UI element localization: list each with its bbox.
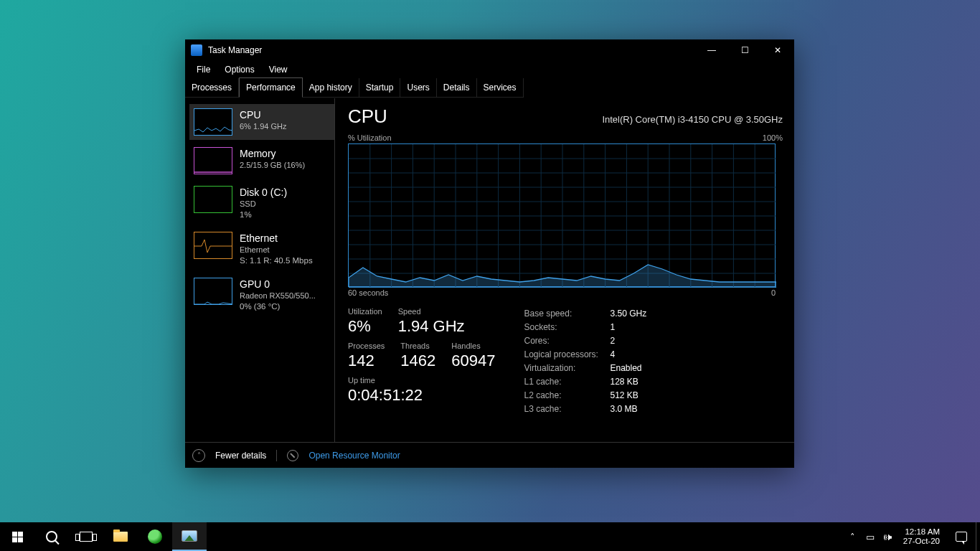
menu-view[interactable]: View	[262, 62, 295, 77]
tab-processes[interactable]: Processes	[185, 78, 239, 98]
sidebar-item-line3: 0% (36 °C)	[240, 301, 316, 312]
processes-value: 142	[348, 352, 385, 370]
kv-key: Base speed:	[524, 307, 611, 321]
sidebar-item-disk-0-c-[interactable]: Disk 0 (C:)SSD1%	[189, 182, 334, 225]
sidebar-thumb	[194, 108, 232, 136]
photo-viewer-icon	[182, 530, 197, 542]
chart-ymax: 100%	[763, 133, 783, 142]
kv-value: 4	[611, 348, 616, 362]
sidebar-thumb	[194, 186, 232, 213]
menu-file[interactable]: File	[189, 62, 217, 77]
tab-users[interactable]: Users	[400, 78, 436, 98]
utilization-label: Utilization	[348, 307, 382, 316]
tab-startup[interactable]: Startup	[359, 78, 401, 98]
start-button[interactable]	[0, 522, 34, 551]
folder-icon	[113, 532, 128, 542]
sidebar-text: EthernetEthernetS: 1.1 R: 40.5 Mbps	[240, 232, 313, 266]
sidebar-thumb	[194, 278, 232, 305]
page-title: CPU	[348, 105, 387, 128]
kv-row: L1 cache:128 KB	[524, 375, 647, 389]
cpu-model: Intel(R) Core(TM) i3-4150 CPU @ 3.50GHz	[602, 114, 783, 125]
kv-value: 1	[611, 321, 616, 334]
minimize-button[interactable]: —	[695, 39, 728, 61]
kv-row: L3 cache:3.0 MB	[524, 402, 647, 416]
fewer-details-link[interactable]: Fewer details	[215, 451, 266, 461]
tab-strip: Processes Performance App history Startu…	[185, 78, 794, 98]
maximize-button[interactable]: ☐	[728, 39, 761, 61]
open-resource-monitor-link[interactable]: Open Resource Monitor	[308, 451, 400, 461]
sidebar-item-cpu[interactable]: CPU6% 1.94 GHz	[189, 104, 334, 140]
sidebar-text: Memory2.5/15.9 GB (16%)	[240, 147, 305, 171]
kv-key: L1 cache:	[524, 375, 611, 389]
show-desktop-button[interactable]	[976, 522, 980, 551]
taskbar-app-photos[interactable]	[172, 522, 207, 551]
kv-row: L2 cache:512 KB	[524, 389, 647, 402]
kv-row: Base speed:3.50 GHz	[524, 307, 647, 321]
tray-network-icon[interactable]: ▭	[862, 532, 879, 542]
sidebar-item-ethernet[interactable]: EthernetEthernetS: 1.1 R: 40.5 Mbps	[189, 227, 334, 270]
taskbar-app-idm[interactable]	[138, 522, 172, 551]
sidebar-item-memory[interactable]: Memory2.5/15.9 GB (16%)	[189, 143, 334, 179]
taskbar-clock[interactable]: 12:18 AM 27-Oct-20	[896, 527, 947, 546]
clock-date: 27-Oct-20	[903, 537, 940, 546]
window-footer: ˄ Fewer details Open Resource Monitor	[185, 442, 794, 468]
kv-value: 128 KB	[611, 375, 639, 389]
kv-key: Sockets:	[524, 321, 611, 334]
task-manager-icon	[191, 44, 202, 56]
tray-volume-icon[interactable]: 🕪	[879, 532, 896, 542]
menubar: File Options View	[185, 61, 794, 78]
chevron-up-icon[interactable]: ˄	[192, 449, 205, 462]
sidebar-item-name: Disk 0 (C:)	[240, 186, 287, 199]
menu-options[interactable]: Options	[217, 62, 261, 77]
sidebar-thumb	[194, 232, 232, 259]
utilization-value: 6%	[348, 317, 382, 336]
kv-value: 2	[611, 334, 616, 348]
tab-services[interactable]: Services	[477, 78, 524, 98]
kv-row: Cores:2	[524, 334, 647, 348]
sidebar-thumb	[194, 147, 232, 174]
sidebar-item-line2: SSD	[240, 199, 287, 209]
sidebar-item-name: GPU 0	[240, 278, 316, 291]
kv-key: L2 cache:	[524, 389, 611, 402]
cpu-utilization-chart[interactable]	[348, 143, 776, 287]
sidebar-item-name: Ethernet	[240, 232, 313, 245]
handles-value: 60947	[451, 352, 495, 370]
kv-value: 3.50 GHz	[611, 307, 647, 321]
sidebar-item-line3: S: 1.1 R: 40.5 Mbps	[240, 255, 313, 266]
sidebar-item-gpu-0[interactable]: GPU 0Radeon RX550/550...0% (36 °C)	[189, 273, 334, 316]
kv-key: Cores:	[524, 334, 611, 348]
processes-label: Processes	[348, 342, 385, 350]
taskbar: ˄ ▭ 🕪 12:18 AM 27-Oct-20	[0, 522, 980, 551]
sidebar-text: GPU 0Radeon RX550/550...0% (36 °C)	[240, 278, 316, 312]
sidebar-item-line2: 2.5/15.9 GB (16%)	[240, 160, 305, 171]
kv-row: Virtualization:Enabled	[524, 362, 647, 375]
taskbar-app-explorer[interactable]	[103, 522, 138, 551]
kv-value: 3.0 MB	[611, 402, 638, 416]
download-manager-icon	[148, 529, 162, 544]
chart-xmin: 0	[771, 288, 776, 297]
uptime-label: Up time	[348, 376, 496, 385]
speed-label: Speed	[398, 307, 465, 316]
sidebar-item-line3: 1%	[240, 209, 287, 220]
sidebar-item-line2: Radeon RX550/550...	[240, 291, 316, 301]
tab-app-history[interactable]: App history	[303, 78, 359, 98]
kv-key: Logical processors:	[524, 348, 611, 362]
chart-xmax: 60 seconds	[348, 288, 388, 297]
sidebar-item-name: Memory	[240, 147, 305, 160]
tab-performance[interactable]: Performance	[239, 77, 303, 98]
tab-details[interactable]: Details	[437, 78, 477, 98]
kv-key: Virtualization:	[524, 362, 611, 375]
titlebar[interactable]: Task Manager — ☐ ✕	[185, 39, 794, 61]
close-button[interactable]: ✕	[761, 39, 794, 61]
tray-chevron-icon[interactable]: ˄	[844, 532, 862, 542]
search-button[interactable]	[34, 522, 69, 551]
action-center-button[interactable]	[947, 522, 976, 551]
resmon-icon[interactable]	[287, 450, 298, 461]
sidebar-item-line2: 6% 1.94 GHz	[240, 121, 286, 132]
window-title: Task Manager	[208, 45, 262, 55]
threads-label: Threads	[400, 342, 435, 350]
kv-value: Enabled	[611, 362, 642, 375]
task-view-button[interactable]	[69, 522, 103, 551]
threads-value: 1462	[400, 352, 435, 370]
search-icon	[46, 531, 57, 542]
